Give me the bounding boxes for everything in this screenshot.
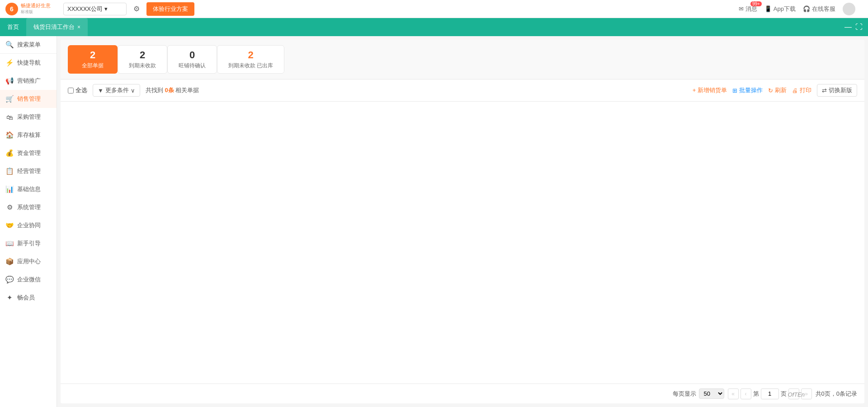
found-prefix: 共找到 [146, 87, 163, 94]
filter-button[interactable]: ▼ 更多条件 ∨ [93, 84, 140, 97]
toolbar-left: 全选 ▼ 更多条件 ∨ 共找到 0条 相关单据 [68, 84, 199, 97]
tab-active-label: 钱货日清工作台 [33, 23, 75, 31]
tab-active[interactable]: 钱货日清工作台 × [26, 18, 88, 36]
sidebar-label-sales: 销售管理 [17, 95, 41, 103]
user-avatar[interactable] [843, 3, 855, 15]
operations-icon: 📋 [5, 167, 14, 175]
found-info: 共找到 0条 相关单据 [146, 86, 199, 94]
pagination: 每页显示 50 100 200 « ‹ 第 页 › » 共0页，0条记录 [61, 384, 864, 403]
sidebar-item-marketing[interactable]: 📢营销推广 [0, 72, 57, 90]
sidebar-label-system: 系统管理 [17, 203, 41, 211]
refresh-icon: ↻ [768, 87, 773, 94]
search-icon: 🔍 [5, 41, 14, 49]
sidebar-label-base-info: 基础信息 [17, 185, 41, 193]
download-icon: 📱 [764, 5, 772, 12]
sidebar-search-label: 搜索菜单 [17, 41, 41, 49]
stat-number-1: 2 [140, 49, 145, 61]
guide-icon: 📖 [5, 239, 14, 248]
logo-icon: 6 [5, 3, 18, 15]
select-all-input[interactable] [68, 88, 74, 94]
tab-maximize-button[interactable]: ⛶ [855, 23, 863, 31]
sidebar-search[interactable]: 🔍 搜索菜单 [0, 36, 57, 54]
tab-close-icon[interactable]: × [77, 24, 80, 30]
message-button[interactable]: ✉ 消息 99+ [739, 5, 757, 13]
switch-icon: ⇄ [822, 87, 827, 94]
select-all-checkbox[interactable]: 全选 [68, 86, 87, 94]
table-area [61, 102, 864, 384]
sidebar-item-app-center[interactable]: 📦应用中心 [0, 253, 57, 271]
trial-button[interactable]: 体验行业方案 [146, 2, 194, 16]
inventory-icon: 🏠 [5, 131, 14, 139]
sidebar-label-purchase: 采购管理 [17, 113, 41, 121]
sidebar-item-finance[interactable]: 💰资金管理 [0, 144, 57, 162]
tab-home[interactable]: 首页 [0, 18, 26, 36]
sidebar-item-system[interactable]: ⚙系统管理 [0, 198, 57, 216]
sidebar-item-quick-nav[interactable]: ⚡快捷导航 [0, 54, 57, 72]
chevron-down-icon: ▾ [104, 5, 108, 12]
add-sales-order-button[interactable]: + 新增销货单 [693, 86, 727, 94]
layout: 🔍 搜索菜单 ⚡快捷导航📢营销推广🛒销售管理🛍采购管理🏠库存核算💰资金管理📋经营… [0, 36, 868, 407]
print-icon: 🖨 [792, 87, 798, 94]
sidebar-label-guide: 新手引导 [17, 239, 41, 248]
finance-icon: 💰 [5, 149, 14, 157]
logo-sub: 标准版 [21, 9, 51, 15]
app-center-icon: 📦 [5, 257, 14, 266]
online-service-button[interactable]: 🎧 在线客服 [803, 5, 835, 13]
sidebar-label-vip: 畅会员 [17, 294, 35, 302]
print-button[interactable]: 🖨 打印 [792, 86, 811, 94]
page-input[interactable] [761, 388, 779, 399]
quick-nav-icon: ⚡ [5, 59, 14, 67]
page-label: 第 [753, 390, 759, 398]
batch-operation-button[interactable]: ⊞ 批量操作 [732, 86, 763, 94]
sidebar-item-vip[interactable]: ✦畅会员 [0, 289, 57, 307]
page-end: 页 [781, 390, 787, 398]
headset-icon: 🎧 [803, 5, 810, 12]
base-info-icon: 📊 [5, 185, 14, 193]
stat-number-0: 2 [90, 49, 95, 61]
stat-card-0[interactable]: 2全部单据 [68, 45, 118, 74]
found-count: 0条 [165, 87, 174, 94]
stat-label-0: 全部单据 [82, 62, 104, 70]
stat-card-2[interactable]: 0旺铺待确认 [167, 45, 217, 74]
topbar: 6 畅捷通好生意 标准版 XXXXXX公司 ▾ ⚙ 体验行业方案 ✉ 消息 99… [0, 0, 868, 18]
sidebar-item-guide[interactable]: 📖新手引导 [0, 234, 57, 253]
page-prev-button[interactable]: ‹ [741, 388, 751, 399]
enterprise-icon: 🤝 [5, 221, 14, 229]
toolbar-right: + 新增销货单 ⊞ 批量操作 ↻ 刷新 🖨 打印 ⇄ [693, 84, 857, 97]
vip-icon: ✦ [5, 294, 14, 302]
topbar-right: ✉ 消息 99+ 📱 App下载 🎧 在线客服 [739, 3, 863, 15]
sidebar-item-enterprise[interactable]: 🤝企业协同 [0, 216, 57, 234]
sidebar-label-quick-nav: 快捷导航 [17, 59, 41, 67]
sidebar-item-sales[interactable]: 🛒销售管理 [0, 90, 57, 108]
message-badge: 99+ [750, 1, 762, 6]
sidebar-item-operations[interactable]: 📋经营管理 [0, 162, 57, 180]
found-suffix: 相关单据 [175, 87, 199, 94]
tabbar-actions: — ⛶ [844, 23, 868, 31]
settings-icon[interactable]: ⚙ [130, 3, 143, 15]
toolbar: 全选 ▼ 更多条件 ∨ 共找到 0条 相关单据 + 新增销货单 [61, 80, 864, 102]
marketing-icon: 📢 [5, 77, 14, 85]
sidebar-label-app-center: 应用中心 [17, 257, 41, 266]
stat-card-1[interactable]: 2到期未收款 [118, 45, 167, 74]
company-selector[interactable]: XXXXXX公司 ▾ [63, 3, 127, 15]
tabbar: 首页 钱货日清工作台 × — ⛶ [0, 18, 868, 36]
per-page-label: 每页显示 [673, 390, 696, 398]
sidebar-item-purchase[interactable]: 🛍采购管理 [0, 108, 57, 126]
sidebar-item-base-info[interactable]: 📊基础信息 [0, 180, 57, 198]
stat-card-3[interactable]: 2到期未收款 已出库 [217, 45, 284, 74]
app-download-button[interactable]: 📱 App下载 [764, 5, 796, 13]
app-download-label: App下载 [774, 5, 796, 13]
main-inner: 2全部单据2到期未收款0旺铺待确认2到期未收款 已出库 全选 ▼ 更多条件 ∨ … [61, 40, 864, 403]
refresh-button[interactable]: ↻ 刷新 [768, 86, 787, 94]
tab-minimize-button[interactable]: — [844, 23, 852, 31]
per-page-select[interactable]: 50 100 200 [699, 388, 724, 399]
sidebar-item-wechat[interactable]: 💬企业微信 [0, 271, 57, 289]
company-name: XXXXXX公司 [67, 5, 103, 13]
sidebar: 🔍 搜索菜单 ⚡快捷导航📢营销推广🛒销售管理🛍采购管理🏠库存核算💰资金管理📋经营… [0, 36, 57, 407]
sidebar-label-inventory: 库存核算 [17, 131, 41, 139]
page-first-button[interactable]: « [728, 388, 739, 399]
filter-icon: ▼ [98, 87, 104, 94]
sidebar-item-inventory[interactable]: 🏠库存核算 [0, 126, 57, 144]
switch-version-button[interactable]: ⇄ 切换新版 [817, 84, 857, 97]
stat-number-3: 2 [248, 49, 254, 61]
